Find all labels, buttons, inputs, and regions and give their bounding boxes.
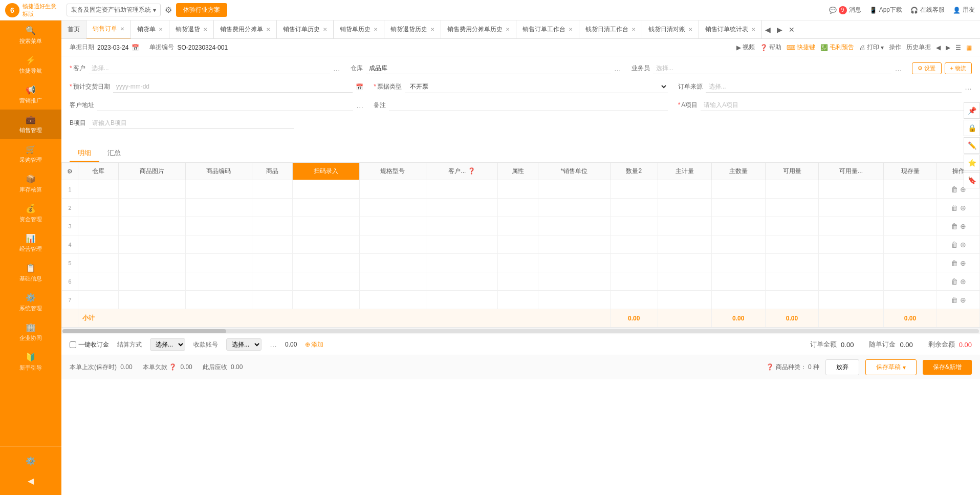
scroll-bar-area[interactable] [61, 328, 980, 334]
tab-sales-expense-split[interactable]: 销售费用分摊单 ✕ [214, 20, 277, 39]
customer-ellipsis-btn[interactable]: … [333, 64, 340, 73]
delivery-date-calendar-icon[interactable]: 📅 [356, 83, 363, 91]
shortcut-link[interactable]: ⌨ 快捷键 [787, 43, 815, 52]
salesperson-input[interactable] [653, 62, 892, 74]
row-2-warehouse[interactable] [78, 199, 119, 217]
tab-cash-daily[interactable]: 钱货日清工作台 ✕ [579, 20, 642, 39]
row-5-copy-btn[interactable]: ⊕ [960, 259, 966, 267]
row-1-product[interactable] [252, 180, 293, 199]
app-download-item[interactable]: 📱 App下载 [869, 6, 902, 14]
add-material-btn[interactable]: + 物流 [945, 62, 972, 74]
tab-sales-stats[interactable]: 销售订单统计表 ✕ [699, 20, 762, 39]
sidebar-collapse-btn[interactable]: ◀ [0, 471, 61, 491]
system-selector[interactable]: 装备及固定资产辅助管理系统 ▾ [67, 4, 161, 16]
tab-more-btn[interactable]: ✕ [786, 26, 798, 34]
right-panel-pin-btn[interactable]: 📌 [964, 102, 980, 119]
row-1-sales-unit[interactable] [538, 180, 610, 199]
row-3-copy-btn[interactable]: ⊕ [960, 222, 966, 230]
view-video-link[interactable]: ▶ 视频 [736, 43, 755, 52]
sidebar-item-marketing[interactable]: 📢 营销推广 [0, 80, 61, 110]
tab-close-sales-return[interactable]: ✕ [159, 27, 163, 32]
tab-close-order-workbench[interactable]: ✕ [569, 27, 573, 32]
sidebar-settings-btn[interactable]: ⚙️ [0, 451, 61, 471]
b-project-input[interactable] [89, 117, 294, 129]
calendar-icon[interactable]: 📅 [132, 44, 139, 51]
scroll-thumb[interactable] [62, 329, 226, 333]
row-2-copy-btn[interactable]: ⊕ [960, 204, 966, 212]
tab-order-workbench[interactable]: 销售订单工作台 ✕ [516, 20, 579, 39]
order-source-input[interactable] [706, 81, 962, 93]
right-panel-star-btn[interactable]: ⭐ [964, 155, 980, 171]
tab-detail[interactable]: 明细 [70, 145, 99, 162]
operations-link[interactable]: 操作 [889, 43, 901, 52]
row-6-delete-btn[interactable]: 🗑 [951, 277, 958, 286]
row-1-delete-btn[interactable]: 🗑 [951, 185, 958, 193]
right-panel-edit-btn[interactable]: ✏️ [964, 137, 980, 154]
salesperson-ellipsis-btn[interactable]: … [895, 64, 902, 73]
row-7-delete-btn[interactable]: 🗑 [951, 296, 958, 304]
sidebar-item-quick-nav[interactable]: ⚡ 快捷导航 [0, 50, 61, 80]
warehouse-input[interactable] [366, 62, 611, 74]
tab-sales-return[interactable]: 销货单 ✕ [131, 20, 169, 39]
row-1-quantity2[interactable] [610, 180, 658, 199]
sidebar-item-finance[interactable]: 💰 资金管理 [0, 199, 61, 228]
help-link[interactable]: ❓ 帮助 [760, 43, 781, 52]
message-item[interactable]: 💬 9 消息 [829, 6, 861, 14]
account-ellipsis[interactable]: … [270, 340, 277, 349]
tab-prev-btn[interactable]: ◀ [762, 26, 774, 34]
tab-summary[interactable]: 汇总 [99, 145, 129, 162]
tab-expense-history[interactable]: 销售费用分摊单历史 ✕ [441, 20, 516, 39]
tab-sales-order[interactable]: 销售订单 ✕ [86, 20, 131, 39]
row-1-warehouse[interactable] [78, 180, 119, 199]
sidebar-item-system[interactable]: ⚙️ 系统管理 [0, 288, 61, 317]
tab-close-sales-refund[interactable]: ✕ [203, 27, 207, 32]
header-prev-btn[interactable]: ◀ [936, 44, 941, 51]
tab-close-order-history[interactable]: ✕ [323, 27, 327, 32]
row-2-product[interactable] [252, 199, 293, 217]
row-7-copy-btn[interactable]: ⊕ [960, 296, 966, 304]
row-5-delete-btn[interactable]: 🗑 [951, 259, 958, 267]
save-draft-button[interactable]: 保存草稿 ▾ [865, 359, 917, 375]
tab-sales-refund-history[interactable]: 销货退货历史 ✕ [384, 20, 441, 39]
tab-cash-reconcile[interactable]: 钱货日清对账 ✕ [642, 20, 699, 39]
tab-close-cash-daily[interactable]: ✕ [631, 27, 636, 32]
save-new-button[interactable]: 保存&新增 [923, 360, 972, 375]
address-ellipsis-btn[interactable]: … [356, 101, 363, 110]
notes-input[interactable] [389, 99, 667, 111]
row-3-delete-btn[interactable]: 🗑 [951, 222, 958, 230]
payment-method-select[interactable]: 选择... [150, 338, 185, 351]
tab-close-expense-history[interactable]: ✕ [506, 27, 510, 32]
tab-close-sales-order[interactable]: ✕ [120, 26, 124, 32]
right-panel-lock-btn[interactable]: 🔒 [964, 120, 980, 136]
row-1-main-quantity[interactable] [711, 180, 765, 199]
row-1-spec[interactable] [359, 180, 426, 199]
profit-forecast-link[interactable]: 💹 毛利预告 [820, 43, 854, 52]
right-panel-bookmark-btn[interactable]: 🔖 [964, 172, 980, 188]
tab-home[interactable]: 首页 [61, 20, 86, 39]
sidebar-item-guide[interactable]: 🔰 新手引导 [0, 347, 61, 377]
order-source-ellipsis-btn[interactable]: … [965, 83, 972, 91]
row-6-copy-btn[interactable]: ⊕ [960, 277, 966, 286]
list-view-btn[interactable]: ☰ [955, 44, 961, 51]
online-support-item[interactable]: 🎧 在线客服 [910, 6, 945, 14]
settings-icon[interactable]: ⚙ [165, 5, 172, 15]
row-4-copy-btn[interactable]: ⊕ [960, 241, 966, 249]
sidebar-item-search[interactable]: 🔍 搜索菜单 [0, 20, 61, 50]
settings-btn[interactable]: ⚙ 设置 [912, 62, 941, 74]
warehouse-ellipsis-btn[interactable]: … [614, 64, 621, 73]
tab-close-cash-reconcile[interactable]: ✕ [688, 27, 692, 32]
invoice-type-select[interactable]: 不开票 增值税普通发票 增值税专用发票 [405, 80, 668, 93]
discard-button[interactable]: 放弃 [825, 359, 859, 375]
tab-close-expense-split[interactable]: ✕ [266, 27, 270, 32]
history-records-link[interactable]: 历史单据 [906, 43, 931, 52]
user-menu[interactable]: 👤 用友 [953, 6, 975, 14]
customer-input[interactable] [89, 62, 330, 74]
sidebar-item-sales[interactable]: 💼 销售管理 [0, 110, 61, 139]
row-2-delete-btn[interactable]: 🗑 [951, 204, 958, 212]
checkout-checkbox-input[interactable] [70, 341, 76, 348]
row-1-customer-code[interactable] [426, 180, 498, 199]
sidebar-item-operations[interactable]: 📊 经营管理 [0, 228, 61, 258]
tab-close-sales-stats[interactable]: ✕ [751, 27, 755, 32]
account-select[interactable]: 选择... [226, 338, 262, 351]
tab-next-btn[interactable]: ▶ [774, 26, 786, 34]
